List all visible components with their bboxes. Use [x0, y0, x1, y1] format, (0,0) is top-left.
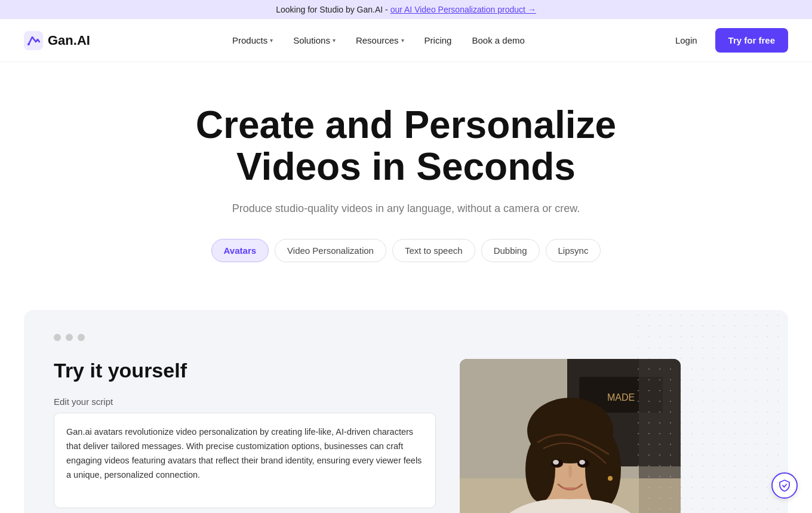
logo-text: Gan.AI — [48, 33, 90, 48]
demo-right-panel: MADE — [460, 359, 681, 513]
logo-icon — [24, 31, 43, 50]
script-label: Edit your script — [54, 397, 436, 407]
hero-section: Create and Personalize Videos in Seconds… — [0, 62, 812, 310]
svg-point-1 — [27, 43, 30, 45]
dot-2 — [66, 334, 73, 341]
resources-chevron-icon: ▾ — [401, 37, 404, 44]
svg-point-18 — [579, 460, 585, 465]
script-box[interactable]: Gan.ai avatars revolutionize video perso… — [54, 413, 436, 508]
try-it-title: Try it yourself — [54, 359, 436, 382]
try-for-free-button[interactable]: Try for free — [715, 28, 788, 53]
dot-1 — [54, 334, 61, 341]
svg-point-13 — [585, 431, 621, 508]
tab-text-to-speech[interactable]: Text to speech — [392, 239, 475, 262]
shield-badge[interactable] — [771, 472, 798, 499]
nav-products[interactable]: Products ▾ — [224, 30, 281, 50]
svg-point-17 — [553, 460, 559, 465]
demo-card: Try it yourself Edit your script Gan.ai … — [24, 310, 788, 513]
tab-dubbing[interactable]: Dubbing — [481, 239, 540, 262]
window-dots — [54, 334, 758, 341]
demo-left-panel: Try it yourself Edit your script Gan.ai … — [54, 359, 436, 513]
banner-link[interactable]: our AI Video Personalization product → — [390, 5, 536, 14]
svg-text:MADE: MADE — [607, 392, 635, 403]
banner-text: Looking for Studio by Gan.AI - — [276, 5, 390, 14]
hero-title: Create and Personalize Videos in Seconds — [167, 104, 645, 188]
avatar-video: MADE — [460, 359, 681, 513]
nav-center: Products ▾ Solutions ▾ Resources ▾ Prici… — [224, 30, 533, 50]
tab-avatars[interactable]: Avatars — [211, 239, 269, 262]
nav-solutions[interactable]: Solutions ▾ — [285, 30, 344, 50]
avatar-image: MADE — [460, 359, 681, 513]
products-chevron-icon: ▾ — [270, 37, 273, 44]
feature-tabs: Avatars Video Personalization Text to sp… — [12, 239, 800, 262]
tab-video-personalization[interactable]: Video Personalization — [275, 239, 386, 262]
nav-book-demo[interactable]: Book a demo — [463, 30, 533, 50]
demo-inner: Try it yourself Edit your script Gan.ai … — [54, 359, 758, 513]
tab-lipsync[interactable]: Lipsync — [546, 239, 601, 262]
nav-resources[interactable]: Resources ▾ — [347, 30, 413, 50]
login-button[interactable]: Login — [667, 30, 706, 50]
logo[interactable]: Gan.AI — [24, 31, 90, 50]
navbar: Gan.AI Products ▾ Solutions ▾ Resources … — [0, 19, 812, 62]
svg-point-14 — [525, 437, 555, 502]
solutions-chevron-icon: ▾ — [333, 37, 336, 44]
hero-subtitle: Produce studio-quality videos in any lan… — [12, 202, 800, 215]
dot-3 — [78, 334, 85, 341]
svg-rect-0 — [24, 31, 43, 50]
script-text[interactable]: Gan.ai avatars revolutionize video perso… — [66, 425, 423, 483]
nav-pricing[interactable]: Pricing — [416, 30, 460, 50]
shield-icon — [778, 479, 791, 492]
top-banner: Looking for Studio by Gan.AI - our AI Vi… — [0, 0, 812, 19]
svg-point-19 — [608, 476, 613, 481]
nav-right: Login Try for free — [667, 28, 788, 53]
